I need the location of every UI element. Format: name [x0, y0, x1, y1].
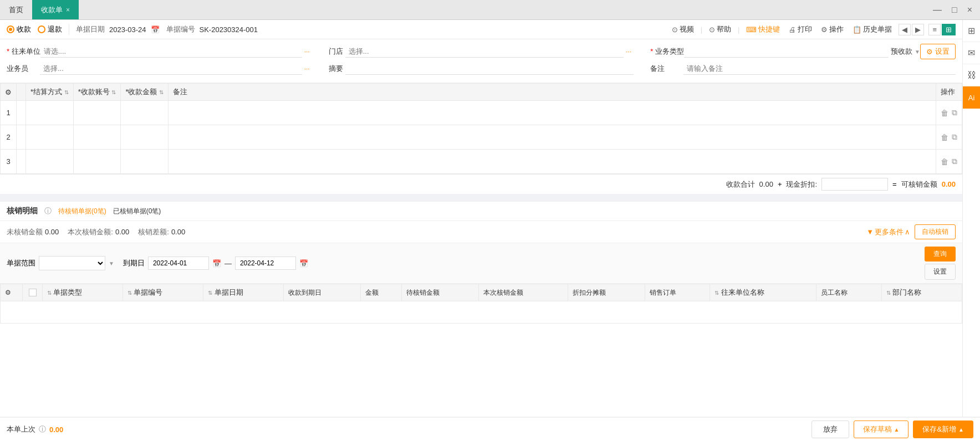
- salesperson-more-btn[interactable]: ···: [302, 65, 312, 73]
- pending-tab[interactable]: 待核销单据(0笔): [58, 207, 106, 216]
- filter-right: ▼ 更多条件 ∧ 自动核销: [866, 224, 956, 239]
- col-current-amount: 本次核销金额: [479, 284, 568, 301]
- row-2-copy-icon[interactable]: ⧉: [952, 132, 957, 142]
- close-button[interactable]: ×: [964, 4, 976, 16]
- save-new-btn[interactable]: 保存&新增 ▲: [913, 421, 962, 438]
- radio-receive[interactable]: 收款: [7, 24, 31, 34]
- shop-label: 门店: [329, 47, 345, 57]
- row-2-delete-icon[interactable]: 🗑: [941, 133, 948, 142]
- due-date-start-input[interactable]: [148, 257, 209, 270]
- col-pending-amount: 待核销金额: [402, 284, 479, 301]
- shop-more-btn[interactable]: ···: [624, 48, 634, 55]
- abandon-btn[interactable]: 放弃: [811, 421, 849, 438]
- bottom-table: ⚙ ⇅ 单据类型: [0, 284, 962, 324]
- counterpart-input[interactable]: [40, 45, 302, 58]
- cal-start-icon[interactable]: 📅: [212, 259, 221, 268]
- video-btn[interactable]: ⊙ 视频: [670, 23, 696, 35]
- maximize-button[interactable]: □: [948, 4, 961, 16]
- row-1-copy-icon[interactable]: ⧉: [952, 108, 957, 117]
- nav-arrows: ◀ ▶: [899, 24, 924, 35]
- cash-discount-input[interactable]: [821, 178, 888, 191]
- row-1-payment-method[interactable]: [26, 101, 74, 125]
- done-tab[interactable]: 已核销单据(0笔): [113, 207, 161, 216]
- row-2-payment-method[interactable]: [26, 125, 74, 150]
- tab-close-icon[interactable]: ×: [66, 6, 70, 14]
- view-btns: ≡ ⊞: [928, 24, 956, 35]
- business-type-arrow[interactable]: ▼: [915, 49, 920, 55]
- summary-field: 摘要: [329, 63, 634, 75]
- shop-input[interactable]: [345, 45, 624, 58]
- list-view-btn[interactable]: ≡: [928, 24, 941, 35]
- radio-return[interactable]: 退款: [38, 24, 62, 34]
- summary-input[interactable]: [345, 63, 634, 75]
- row-2-receipt-account[interactable]: [73, 125, 121, 150]
- filter-actions: 查询 设置: [925, 247, 956, 280]
- row-3-remarks[interactable]: [169, 150, 936, 174]
- grid-view-btn[interactable]: ⊞: [942, 24, 956, 35]
- col-settings-bottom[interactable]: ⚙: [1, 284, 23, 301]
- salesperson-input[interactable]: [40, 63, 302, 75]
- row-2-receipt-amount[interactable]: [121, 125, 169, 150]
- doc-no-value: SK-20230324-001: [200, 25, 258, 34]
- filter-settings-btn[interactable]: 设置: [925, 264, 956, 280]
- minimize-button[interactable]: —: [930, 4, 945, 16]
- save-new-arrow[interactable]: ▲: [958, 427, 962, 433]
- nav-next[interactable]: ▶: [912, 24, 924, 35]
- tab-home[interactable]: 首页: [0, 0, 32, 19]
- auto-verify-btn[interactable]: 自动核销: [915, 224, 956, 239]
- remarks-input[interactable]: [683, 63, 956, 75]
- history-btn[interactable]: 📋 历史单据: [850, 23, 894, 35]
- row-1-delete-icon[interactable]: 🗑: [941, 109, 948, 117]
- table-sidebar-icon[interactable]: ⊞: [963, 20, 981, 42]
- row-1-receipt-account[interactable]: [73, 101, 121, 125]
- link-sidebar-icon[interactable]: ⛓: [963, 64, 981, 86]
- equals-sign: =: [892, 180, 897, 188]
- col-payment-method-header: *结算方式 ⇅: [26, 84, 74, 101]
- shortcut-btn[interactable]: ⌨ 快捷键: [744, 23, 782, 35]
- ai-sidebar-icon[interactable]: Ai: [963, 86, 981, 109]
- print-btn[interactable]: 🖨 打印: [787, 23, 814, 35]
- counterpart-more-btn[interactable]: ···: [302, 48, 312, 55]
- row-1-receipt-amount[interactable]: [121, 101, 169, 125]
- save-draft-btn[interactable]: 保存草稿 ▲: [854, 421, 909, 438]
- row-2-remarks[interactable]: [169, 125, 936, 150]
- section-separator: [0, 194, 962, 201]
- save-draft-arrow[interactable]: ▲: [894, 427, 900, 433]
- calendar-icon[interactable]: 📅: [151, 25, 160, 34]
- operation-btn[interactable]: ⚙ 操作: [819, 23, 846, 35]
- row-3-receipt-account[interactable]: [73, 150, 121, 174]
- tab-bar: 首页 收款单 × — □ ×: [0, 0, 980, 20]
- business-type-field: * 业务类型 预收款 ▼ ⚙ 设置: [650, 44, 956, 59]
- info-icon[interactable]: ⓘ: [44, 206, 52, 216]
- row-1-num: 1: [1, 101, 17, 125]
- row-3-receipt-amount[interactable]: [121, 150, 169, 174]
- due-date-end-input[interactable]: [235, 257, 296, 270]
- cal-end-icon[interactable]: 📅: [299, 259, 308, 268]
- form-area: * 往来单位 ··· 门店 ···: [0, 39, 962, 83]
- col-type: ⇅ 单据类型: [43, 284, 123, 301]
- col-settings-header[interactable]: ⚙: [1, 84, 17, 101]
- more-conditions-btn[interactable]: ▼ 更多条件 ∧: [866, 227, 910, 237]
- filter-icon: ▼: [866, 228, 874, 236]
- settings-label: 设置: [935, 47, 950, 57]
- salesperson-field: 业务员 ···: [7, 63, 312, 75]
- row-3-empty-1: [17, 150, 26, 174]
- col-remarks-header: 备注: [169, 84, 936, 101]
- row-3-copy-icon[interactable]: ⧉: [952, 157, 957, 166]
- business-type-settings-btn[interactable]: ⚙ 设置: [920, 44, 956, 59]
- row-3-payment-method[interactable]: [26, 150, 74, 174]
- row-3-delete-icon[interactable]: 🗑: [941, 157, 948, 166]
- row-1-remarks[interactable]: [169, 101, 936, 125]
- tab-receipt[interactable]: 收款单 ×: [32, 0, 79, 19]
- select-all-checkbox[interactable]: [29, 289, 37, 296]
- range-select[interactable]: [39, 256, 105, 270]
- shortcut-label: 快捷键: [758, 24, 780, 34]
- nav-prev[interactable]: ◀: [899, 24, 911, 35]
- receipt-type-radio: 收款 退款: [7, 24, 62, 34]
- query-btn[interactable]: 查询: [925, 247, 956, 261]
- business-type-input[interactable]: [684, 45, 889, 58]
- help-btn[interactable]: ⊙ 帮助: [707, 23, 733, 35]
- email-sidebar-icon[interactable]: ✉: [963, 42, 981, 64]
- col-checkbox-bottom: [23, 284, 43, 301]
- shop-field: 门店 ···: [329, 45, 634, 58]
